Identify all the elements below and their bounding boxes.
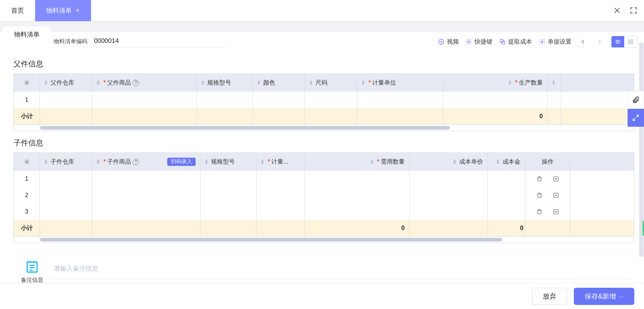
parent-subtotal-row: 小计 0	[14, 108, 634, 124]
child-grid-settings[interactable]	[14, 153, 40, 171]
video-button[interactable]: 视频	[438, 38, 459, 46]
chevron-right-icon	[597, 39, 603, 45]
gear-icon	[466, 38, 472, 45]
view-list-button[interactable]	[612, 36, 624, 47]
row-index: 2	[14, 187, 40, 204]
col-child-warehouse[interactable]: 子件仓库	[40, 153, 92, 171]
svg-point-3	[541, 41, 543, 43]
col-parent-overflow[interactable]	[548, 74, 561, 92]
code-label: 物料清单编码	[54, 38, 87, 45]
edge-indicator	[643, 221, 644, 236]
col-child-need-qty[interactable]: *需用数量	[305, 153, 410, 171]
add-row-icon[interactable]	[553, 208, 559, 215]
code-input[interactable]	[91, 36, 225, 47]
tab-home-label: 首页	[11, 6, 24, 15]
child-subtotal-qty: 0	[305, 220, 410, 236]
expand-button[interactable]	[628, 109, 644, 127]
parent-row[interactable]: 1	[14, 92, 634, 108]
chevron-up-icon: ︿	[619, 293, 623, 299]
child-row[interactable]: 3	[14, 204, 634, 220]
view-toggle	[611, 36, 637, 48]
help-icon[interactable]: ?	[133, 159, 139, 165]
child-row[interactable]: 2	[14, 187, 634, 204]
svg-rect-4	[628, 40, 630, 42]
tab-bar: 首页 物料清单 ✕	[0, 0, 644, 21]
parent-grid: 父件仓库 *父件商品? 规格型号 颜色 尺码 *计量单位 *生产数量 1 小计 …	[13, 73, 634, 125]
row-index: 1	[14, 171, 40, 187]
extract-cost-button[interactable]: 提取成本	[499, 38, 532, 46]
delete-icon[interactable]	[536, 208, 543, 215]
view-card-button[interactable]	[624, 36, 637, 47]
col-child-ops: 操作	[525, 153, 570, 171]
remark-input[interactable]	[51, 259, 634, 279]
col-parent-spec[interactable]: 规格型号	[197, 74, 253, 92]
fullscreen-icon	[629, 6, 638, 15]
parent-grid-settings[interactable]	[14, 74, 40, 92]
parent-section-title: 父件信息	[13, 59, 634, 69]
col-child-product[interactable]: *子件商品?扫码录入	[92, 153, 200, 171]
child-subtotal-row: 小计 0 0	[14, 220, 634, 236]
col-child-spec[interactable]: 规格型号	[200, 153, 256, 171]
doc-settings-button[interactable]: 单据设置	[539, 38, 572, 46]
help-icon[interactable]: ?	[133, 80, 139, 86]
col-child-unit[interactable]: *计量...	[256, 153, 305, 171]
col-parent-warehouse[interactable]: 父件仓库	[40, 74, 92, 92]
gear-icon	[24, 158, 30, 165]
gear-icon	[539, 38, 545, 45]
tab-bom-label: 物料清单	[46, 6, 72, 15]
card-title: 物料清单	[3, 26, 51, 42]
child-section-title: 子件信息	[13, 138, 634, 148]
remark-icon-block: 备注信息	[13, 259, 51, 284]
fullscreen-button[interactable]	[625, 2, 642, 19]
svg-rect-6	[628, 42, 630, 44]
next-record-button	[595, 37, 604, 47]
gear-icon	[24, 79, 30, 86]
close-all-button[interactable]	[609, 2, 625, 19]
page-area: 物料清单 物料清单编码 视频 快捷键 提取成本 单据设置	[0, 21, 644, 283]
expand-icon	[632, 114, 640, 122]
close-icon[interactable]: ✕	[75, 8, 80, 13]
child-row[interactable]: 1	[14, 171, 634, 187]
col-parent-qty[interactable]: *生产数量	[443, 74, 548, 92]
remark-section: 备注信息	[13, 252, 634, 284]
footer: 放弃 保存&新增 ︿	[0, 283, 644, 309]
parent-hscroll[interactable]	[13, 125, 634, 131]
svg-rect-7	[631, 42, 633, 44]
col-child-cost-amt[interactable]: 成本金	[488, 153, 525, 171]
child-grid: 子件仓库 *子件商品?扫码录入 规格型号 *计量... *需用数量 成本单价 成…	[13, 152, 634, 237]
workspace: 父件信息 父件仓库 *父件商品? 规格型号 颜色 尺码 *计量单位 *生产数量 …	[0, 53, 644, 294]
row-index: 3	[14, 204, 40, 220]
shortcut-button[interactable]: 快捷键	[466, 38, 492, 46]
subtotal-label: 小计	[14, 220, 40, 236]
svg-point-9	[26, 161, 28, 163]
scan-input-badge[interactable]: 扫码录入	[167, 158, 196, 166]
add-row-icon[interactable]	[553, 192, 559, 199]
row-index: 1	[14, 92, 40, 108]
subtotal-label: 小计	[14, 108, 40, 124]
attachment-button[interactable]	[628, 91, 644, 109]
discard-button[interactable]: 放弃	[532, 288, 567, 305]
notepad-icon	[25, 259, 40, 274]
col-parent-color[interactable]: 颜色	[253, 74, 305, 92]
delete-icon[interactable]	[536, 176, 543, 182]
col-parent-unit[interactable]: *计量单位	[357, 74, 443, 92]
delete-icon[interactable]	[536, 192, 543, 199]
card-icon	[627, 38, 634, 45]
extract-icon	[499, 38, 506, 45]
chevron-left-icon	[580, 39, 586, 45]
child-hscroll[interactable]	[13, 237, 634, 243]
tab-bom[interactable]: 物料清单 ✕	[35, 0, 91, 21]
col-child-cost-price[interactable]: 成本单价	[410, 153, 488, 171]
svg-point-1	[468, 41, 470, 43]
save-button[interactable]: 保存&新增 ︿	[574, 288, 634, 305]
add-row-icon[interactable]	[553, 176, 559, 182]
tab-home[interactable]: 首页	[0, 0, 35, 21]
col-parent-product[interactable]: *父件商品?	[92, 74, 197, 92]
toolbar: 物料清单编码 视频 快捷键 提取成本 单据设置	[0, 32, 644, 53]
x-icon	[613, 6, 621, 15]
prev-record-button[interactable]	[578, 37, 588, 47]
list-icon	[615, 38, 621, 45]
col-parent-size[interactable]: 尺码	[305, 74, 357, 92]
parent-subtotal-qty: 0	[443, 108, 548, 124]
code-field: 物料清单编码	[54, 36, 225, 47]
